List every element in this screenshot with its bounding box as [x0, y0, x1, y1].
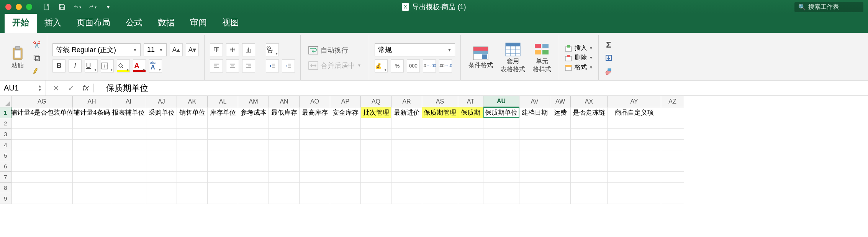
- cell-AZ9[interactable]: [661, 193, 684, 204]
- cell-AH4[interactable]: [73, 140, 111, 150]
- cell-AO9[interactable]: [300, 193, 330, 204]
- cell-AY1[interactable]: 商品自定义项: [608, 107, 661, 118]
- cell-AS3[interactable]: [422, 129, 458, 140]
- cell-AQ6[interactable]: [361, 161, 391, 172]
- cell-AU9[interactable]: [483, 193, 519, 204]
- cell-AX9[interactable]: [571, 193, 608, 204]
- column-header-AM[interactable]: AM: [238, 96, 269, 107]
- cell-AV5[interactable]: [519, 150, 550, 161]
- cell-AQ9[interactable]: [361, 193, 391, 204]
- cell-AP2[interactable]: [330, 118, 361, 129]
- cell-AI4[interactable]: [111, 140, 146, 150]
- borders-button[interactable]: [101, 59, 114, 72]
- cell-AH6[interactable]: [73, 161, 111, 172]
- cell-AX2[interactable]: [571, 118, 608, 129]
- cell-AM7[interactable]: [238, 172, 269, 183]
- cell-AK7[interactable]: [177, 172, 208, 183]
- cell-AO7[interactable]: [300, 172, 330, 183]
- cell-AW5[interactable]: [550, 150, 571, 161]
- decrease-font-icon[interactable]: A▾: [186, 43, 199, 56]
- align-middle-icon[interactable]: [226, 43, 239, 56]
- format-as-table-button[interactable]: 套用 表格格式: [498, 42, 527, 74]
- cell-AT6[interactable]: [458, 161, 483, 172]
- cell-AH9[interactable]: [73, 193, 111, 204]
- cell-AQ5[interactable]: [361, 150, 391, 161]
- minimize-window-icon[interactable]: [16, 4, 22, 10]
- cell-AI5[interactable]: [111, 150, 146, 161]
- cell-AJ6[interactable]: [146, 161, 177, 172]
- fill-color-button[interactable]: [117, 59, 130, 72]
- cell-AX8[interactable]: [571, 183, 608, 193]
- cell-AY5[interactable]: [608, 150, 661, 161]
- column-header-AW[interactable]: AW: [550, 96, 571, 107]
- insert-cells-button[interactable]: 插入▼: [565, 44, 593, 52]
- cell-AX7[interactable]: [571, 172, 608, 183]
- cell-AN9[interactable]: [269, 193, 300, 204]
- cell-AK2[interactable]: [177, 118, 208, 129]
- cell-AT9[interactable]: [458, 193, 483, 204]
- format-painter-icon[interactable]: [32, 66, 41, 76]
- bold-button[interactable]: B: [52, 59, 66, 72]
- column-header-AS[interactable]: AS: [422, 96, 458, 107]
- cell-AS2[interactable]: [422, 118, 458, 129]
- cell-AZ1[interactable]: [661, 107, 684, 118]
- cell-AQ1[interactable]: 批次管理: [361, 107, 391, 118]
- align-right-icon[interactable]: [242, 59, 255, 72]
- column-header-AX[interactable]: AX: [571, 96, 608, 107]
- decrease-indent-icon[interactable]: [266, 59, 279, 72]
- cell-AZ7[interactable]: [661, 172, 684, 183]
- cell-AK1[interactable]: 销售单位: [177, 107, 208, 118]
- column-header-AU[interactable]: AU: [483, 96, 519, 107]
- column-header-AR[interactable]: AR: [391, 96, 422, 107]
- name-box[interactable]: AU1 ▲▼: [0, 81, 46, 95]
- cell-AH5[interactable]: [73, 150, 111, 161]
- cell-AG8[interactable]: [11, 183, 73, 193]
- column-header-AT[interactable]: AT: [458, 96, 483, 107]
- cell-AO6[interactable]: [300, 161, 330, 172]
- cell-AN4[interactable]: [269, 140, 300, 150]
- cell-AI7[interactable]: [111, 172, 146, 183]
- cell-AW3[interactable]: [550, 129, 571, 140]
- cell-AG3[interactable]: [11, 129, 73, 140]
- fx-icon[interactable]: fx: [83, 84, 94, 92]
- align-bottom-icon[interactable]: [242, 43, 255, 56]
- cell-AM3[interactable]: [238, 129, 269, 140]
- row-header-1[interactable]: 1: [0, 107, 11, 118]
- cell-AM9[interactable]: [238, 193, 269, 204]
- row-header-4[interactable]: 4: [0, 140, 11, 150]
- cell-AO1[interactable]: 最高库存: [300, 107, 330, 118]
- cell-AG1[interactable]: 辅计量4是否包装单位: [11, 107, 73, 118]
- column-header-AI[interactable]: AI: [111, 96, 146, 107]
- cell-AV6[interactable]: [519, 161, 550, 172]
- column-header-AY[interactable]: AY: [608, 96, 661, 107]
- cell-AQ4[interactable]: [361, 140, 391, 150]
- cell-AT4[interactable]: [458, 140, 483, 150]
- cell-AP9[interactable]: [330, 193, 361, 204]
- cell-AO4[interactable]: [300, 140, 330, 150]
- cell-AN2[interactable]: [269, 118, 300, 129]
- percent-format-icon[interactable]: %: [391, 59, 404, 72]
- column-header-AQ[interactable]: AQ: [361, 96, 391, 107]
- cell-AV4[interactable]: [519, 140, 550, 150]
- confirm-formula-icon[interactable]: ✓: [68, 84, 74, 93]
- cell-AL6[interactable]: [208, 161, 238, 172]
- cell-AO3[interactable]: [300, 129, 330, 140]
- increase-font-icon[interactable]: A▴: [170, 43, 183, 56]
- row-header-7[interactable]: 7: [0, 172, 11, 183]
- cell-AM2[interactable]: [238, 118, 269, 129]
- cell-AY6[interactable]: [608, 161, 661, 172]
- fill-icon[interactable]: [604, 53, 613, 63]
- row-header-9[interactable]: 9: [0, 193, 11, 204]
- cell-AG6[interactable]: [11, 161, 73, 172]
- column-header-AH[interactable]: AH: [73, 96, 111, 107]
- cell-AR1[interactable]: 最新进价: [391, 107, 422, 118]
- close-window-icon[interactable]: [5, 4, 11, 10]
- cell-styles-button[interactable]: 单元 格样式: [531, 42, 554, 74]
- cell-AI3[interactable]: [111, 129, 146, 140]
- cell-AU3[interactable]: [483, 129, 519, 140]
- cell-AP3[interactable]: [330, 129, 361, 140]
- wrap-text-button[interactable]: 自动换行: [306, 44, 364, 56]
- row-header-3[interactable]: 3: [0, 129, 11, 140]
- cell-AK6[interactable]: [177, 161, 208, 172]
- cell-AQ7[interactable]: [361, 172, 391, 183]
